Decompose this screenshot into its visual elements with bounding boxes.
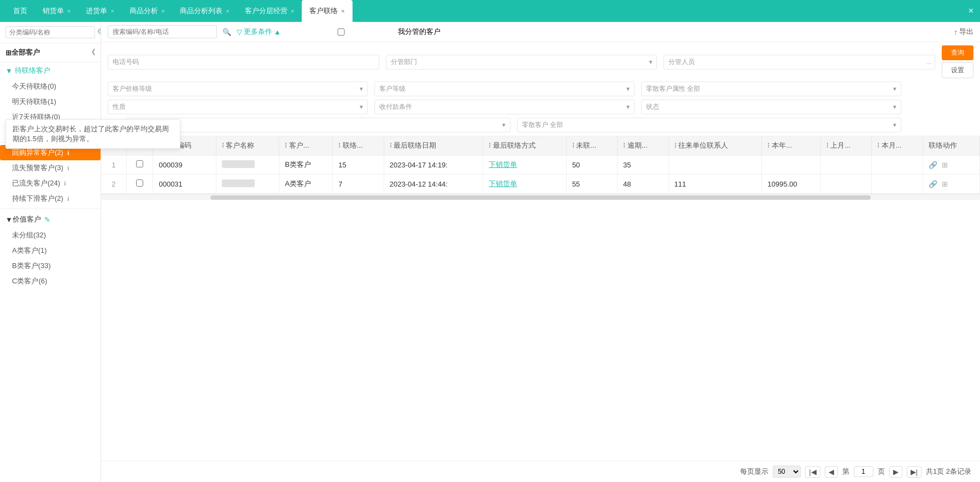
sidebar-search-input[interactable]: [5, 26, 95, 38]
info-icon: ℹ: [67, 196, 69, 202]
last-contact-method[interactable]: 下销货单: [483, 155, 566, 175]
sidebar-item-declining[interactable]: 持续下滑客户(2) ℹ: [0, 191, 101, 206]
action-cell: 🔗 ⊞: [923, 175, 979, 194]
last-contact-method[interactable]: 下销货单: [483, 175, 566, 194]
col-resize: ⁝: [285, 141, 287, 149]
grid-action-icon[interactable]: ⊞: [942, 161, 948, 169]
sidebar-item-b-class[interactable]: B类客户(33): [0, 258, 101, 274]
col-resize: ⁝: [826, 141, 829, 149]
retail-attr-field[interactable]: 零散客户属性 全部 ▼: [641, 82, 901, 96]
all-customers-title: ⊞ 全部客户 《: [0, 43, 101, 62]
sidebar-item-today[interactable]: 今天待联络(0): [0, 79, 101, 94]
status-field[interactable]: 状态 ▼: [641, 100, 901, 114]
person-field[interactable]: 分管人员 ...: [664, 55, 935, 69]
sidebar-group-value[interactable]: ▼ 价值客户 ✎: [0, 211, 101, 228]
tab-sales[interactable]: 销货单 ×: [35, 0, 78, 22]
overdue-days: 48: [618, 175, 668, 194]
sidebar: 🔍 ⊞ 全部客户 《 ▼ 待联络客户 今天待联络(0) 明天待联络(1) 近7天…: [0, 22, 101, 482]
col-uncontacted: ⁝ 未联...: [566, 136, 617, 155]
chevron-down-icon: ...: [927, 59, 931, 65]
next-page-button[interactable]: ▶: [889, 466, 902, 478]
sidebar-item-ungrouped[interactable]: 未分组(32): [0, 228, 101, 243]
tab-product-analysis[interactable]: 商品分析 ×: [122, 0, 172, 22]
retail-customer-field[interactable]: 零散客户 全部 ▼: [517, 118, 901, 132]
tab-customer-tier[interactable]: 客户分层经营 ×: [237, 0, 302, 22]
col-last-date: ⁝ 最后联络日期: [384, 136, 483, 155]
overdue-days: 35: [618, 155, 668, 175]
info-icon: ℹ: [67, 165, 69, 171]
customer-code: 000031: [153, 175, 216, 194]
col-this-month: ⁝ 本月...: [872, 136, 923, 155]
this-year-amount: [762, 155, 820, 175]
close-icon[interactable]: ×: [161, 8, 165, 14]
phone-field: 电话号码: [108, 55, 379, 69]
col-resize: ⁝: [674, 141, 677, 149]
customer-table: ⚙ ⁝ 客户编码 ⁝ 客户名称 ⁝ 客户... ⁝ 联络... ⁝ 最后联络日期…: [101, 136, 980, 194]
page-number-input[interactable]: [854, 466, 873, 477]
export-icon: ↑: [954, 28, 958, 36]
search-icon[interactable]: 🔍: [97, 28, 101, 37]
row-num: 2: [101, 175, 126, 194]
collapse-button[interactable]: 《: [88, 48, 95, 57]
query-button[interactable]: 查询: [942, 45, 973, 60]
first-page-button[interactable]: |◀: [805, 466, 820, 478]
prev-page-button[interactable]: ◀: [825, 466, 838, 478]
total-records: 共1页 2条记录: [926, 467, 971, 477]
sidebar-item-lost[interactable]: 已流失客户(24) ℹ: [0, 176, 101, 191]
close-icon[interactable]: ×: [291, 8, 294, 14]
row-select-checkbox[interactable]: [136, 179, 143, 187]
chevron-down-icon: ▼: [648, 59, 653, 65]
customer-level-field[interactable]: 客户等级 ▼: [374, 82, 635, 96]
last-contact-date: 2023-04-12 14:44:: [384, 175, 483, 194]
filter-actions: 查询 设置: [942, 45, 973, 78]
price-level-field[interactable]: 客户价格等级 ▼: [108, 82, 368, 96]
col-name: ⁝ 客户名称: [216, 136, 279, 155]
sidebar-search-area: 🔍: [0, 22, 101, 43]
search-button[interactable]: 🔍: [222, 28, 231, 36]
close-icon[interactable]: ×: [341, 8, 344, 14]
col-last-method: ⁝ 最后联络方式: [483, 136, 566, 155]
close-icon[interactable]: ×: [110, 8, 114, 14]
payment-field[interactable]: 收付款条件 ▼: [374, 100, 635, 114]
per-page-select[interactable]: 50 100 200: [773, 466, 801, 478]
last-contact-date: 2023-04-17 14:19:: [384, 155, 483, 175]
gender-field[interactable]: 性质 ▼: [108, 100, 368, 114]
dept-field[interactable]: 分管部门 ▼: [386, 55, 658, 69]
last-page-button[interactable]: ▶|: [907, 466, 922, 478]
search-input[interactable]: [108, 25, 217, 38]
table-row: 1 000039 B类客户 15 2023-04-17 14:19: 下销货单: [101, 155, 980, 175]
customer-type-field[interactable]: 客户类型 ▼: [126, 118, 510, 132]
window-close-button[interactable]: ×: [969, 6, 973, 16]
phone-input[interactable]: [142, 58, 374, 66]
close-icon[interactable]: ×: [226, 8, 229, 14]
sidebar-item-c-class[interactable]: C类客户(6): [0, 274, 101, 289]
row-checkbox: [126, 155, 153, 175]
sidebar-item-tomorrow[interactable]: 明天待联络(1): [0, 94, 101, 109]
link-icon[interactable]: 🔗: [929, 180, 937, 188]
chevron-down-icon: ▼: [625, 86, 631, 92]
tab-purchase[interactable]: 进货单 ×: [78, 0, 121, 22]
sidebar-group-pending[interactable]: ▼ 待联络客户: [0, 62, 101, 79]
grid-action-icon[interactable]: ⊞: [942, 180, 948, 188]
export-button[interactable]: ↑ 导出: [954, 27, 974, 37]
info-icon: ℹ: [67, 150, 69, 156]
tab-home[interactable]: 首页: [5, 0, 35, 22]
link-icon[interactable]: 🔗: [929, 161, 937, 169]
row-select-checkbox[interactable]: [136, 160, 143, 167]
last-month-amount: [820, 155, 871, 175]
more-conditions-button[interactable]: ▽ 更多条件 ▲: [237, 27, 281, 37]
set-button[interactable]: 设置: [942, 62, 973, 78]
tab-product-analysis-list[interactable]: 商品分析列表 ×: [172, 0, 237, 22]
sidebar-item-a-class[interactable]: A类客户(1): [0, 243, 101, 258]
action-cell: 🔗 ⊞: [923, 155, 979, 175]
edit-icon[interactable]: ✎: [44, 216, 50, 224]
chevron-down-icon: ▼: [5, 67, 13, 75]
col-this-year: ⁝ 本年...: [762, 136, 820, 155]
sidebar-item-loss-warning[interactable]: 流失预警客户(3) ℹ: [0, 160, 101, 176]
my-customers-checkbox[interactable]: [286, 28, 396, 36]
close-icon[interactable]: ×: [67, 8, 71, 14]
this-year-amount: 10995.00: [762, 175, 820, 194]
chevron-up-icon: ▲: [274, 28, 281, 36]
col-resize: ⁝: [877, 141, 879, 149]
tab-customer-contact[interactable]: 客户联络 ×: [302, 0, 352, 22]
